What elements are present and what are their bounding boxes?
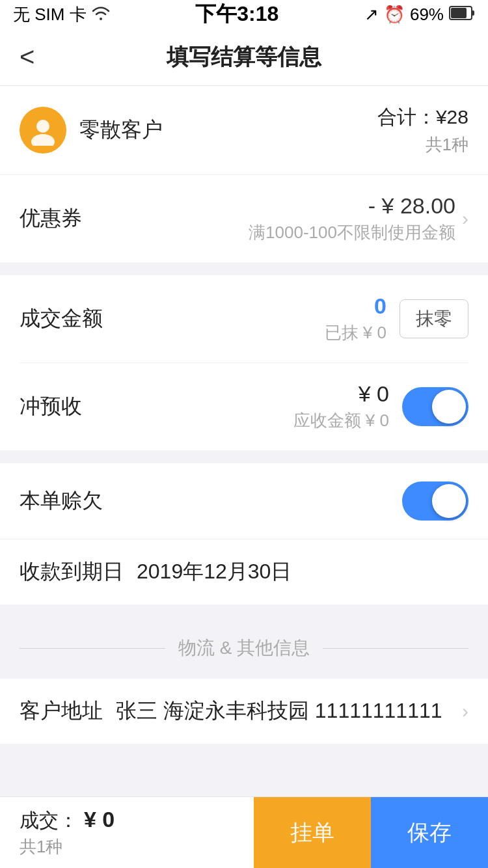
coupon-row[interactable]: 优惠券 - ¥ 28.00 满1000-100不限制使用金额 › xyxy=(0,174,488,262)
deal-amount-value-group: 0 已抹 ¥ 0 xyxy=(325,293,386,344)
total-count: 共1种 xyxy=(377,133,468,156)
page-title: 填写结算等信息 xyxy=(167,42,321,72)
round-off-button[interactable]: 抹零 xyxy=(400,299,468,338)
status-left: 无 SIM 卡 xyxy=(13,3,110,26)
address-label: 客户地址 xyxy=(20,697,103,726)
coupon-right: - ¥ 28.00 满1000-100不限制使用金额 › xyxy=(249,193,468,244)
bottom-summary: 成交： ¥ 0 共1种 xyxy=(0,807,254,858)
prepayment-toggle[interactable] xyxy=(402,387,468,426)
prepay-values: ¥ 0 应收金额 ¥ 0 xyxy=(293,381,389,432)
svg-point-3 xyxy=(36,120,49,133)
logistics-header: 物流 & 其他信息 xyxy=(0,617,488,679)
nav-bar: < 填写结算等信息 xyxy=(0,29,488,86)
prepay-sub-amount: 应收金额 ¥ 0 xyxy=(293,409,389,432)
divider-right xyxy=(323,648,468,649)
total-amount: 合计：¥28 xyxy=(377,104,468,131)
prepayment-label: 冲预收 xyxy=(20,392,82,421)
deal-amount-label: 成交金额 xyxy=(20,305,103,333)
customer-row: 零散客户 合计：¥28 共1种 xyxy=(0,86,488,174)
save-button[interactable]: 保存 xyxy=(371,797,488,868)
coupon-label: 优惠券 xyxy=(20,204,82,233)
svg-point-4 xyxy=(31,134,55,146)
debt-toggle[interactable] xyxy=(402,481,468,521)
status-bar: 无 SIM 卡 下午3:18 ↗ ⏰ 69% xyxy=(0,0,488,29)
debt-row: 本单赊欠 xyxy=(0,463,488,539)
section-gap-2 xyxy=(0,450,488,463)
address-value: 张三 海淀永丰科技园 11111111111 xyxy=(116,697,442,726)
customer-section: 零散客户 合计：¥28 共1种 优惠券 - ¥ 28.00 满1000-100不… xyxy=(0,86,488,262)
svg-rect-1 xyxy=(472,10,474,16)
debt-label: 本单赊欠 xyxy=(20,487,103,515)
address-left: 客户地址 张三 海淀永丰科技园 11111111111 xyxy=(20,697,442,726)
address-chevron-icon: › xyxy=(462,700,468,722)
bottom-deal-line: 成交： ¥ 0 xyxy=(20,807,234,834)
due-date-row: 收款到期日 2019年12月30日 xyxy=(0,539,488,604)
svg-rect-2 xyxy=(451,8,467,18)
bottom-actions: 挂单 保存 xyxy=(254,797,488,868)
coupon-discount: - ¥ 28.00 xyxy=(249,193,455,219)
hold-order-button[interactable]: 挂单 xyxy=(254,797,371,868)
prepay-amount-right: ¥ 0 应收金额 ¥ 0 xyxy=(293,381,468,432)
battery-text: 69% xyxy=(410,5,444,25)
customer-name: 零散客户 xyxy=(79,116,163,144)
divider-left xyxy=(20,648,165,649)
section-gap-1 xyxy=(0,262,488,275)
deal-amount-value: 0 xyxy=(325,293,386,319)
coupon-info: - ¥ 28.00 满1000-100不限制使用金额 xyxy=(249,193,455,244)
location-icon: ↗ xyxy=(364,5,379,25)
chevron-right-icon: › xyxy=(462,208,468,230)
coupon-desc: 满1000-100不限制使用金额 xyxy=(249,221,455,244)
deal-amount-sub: 已抹 ¥ 0 xyxy=(325,321,386,344)
logistics-title: 物流 & 其他信息 xyxy=(178,636,310,660)
debt-section: 本单赊欠 收款到期日 2019年12月30日 xyxy=(0,463,488,604)
bottom-deal-amount: ¥ 0 xyxy=(84,807,115,832)
back-button[interactable]: < xyxy=(20,42,34,72)
deal-amount-row: 成交金额 0 已抹 ¥ 0 抹零 xyxy=(20,275,468,363)
due-date-label: 收款到期日 xyxy=(20,558,124,586)
logistics-divider: 物流 & 其他信息 xyxy=(20,636,468,660)
customer-left: 零散客户 xyxy=(20,107,163,154)
address-row[interactable]: 客户地址 张三 海淀永丰科技园 11111111111 › xyxy=(0,679,488,744)
prepayment-row: 冲预收 ¥ 0 应收金额 ¥ 0 xyxy=(20,363,468,450)
alarm-icon: ⏰ xyxy=(384,5,405,25)
section-gap-3 xyxy=(0,604,488,617)
bottom-count: 共1种 xyxy=(20,835,234,858)
bottom-deal-label: 成交： xyxy=(20,809,78,831)
no-sim-text: 无 SIM 卡 xyxy=(13,3,87,26)
debt-toggle-knob xyxy=(432,484,466,518)
bottom-bar: 成交： ¥ 0 共1种 挂单 保存 xyxy=(0,796,488,868)
due-date-value: 2019年12月30日 xyxy=(137,558,291,586)
prepay-main-amount: ¥ 0 xyxy=(293,381,389,407)
deal-amount-right: 0 已抹 ¥ 0 抹零 xyxy=(325,293,468,344)
toggle-knob xyxy=(432,390,466,424)
wifi-icon xyxy=(92,5,110,25)
amount-section: 成交金额 0 已抹 ¥ 0 抹零 冲预收 ¥ 0 应收金额 ¥ 0 xyxy=(0,275,488,450)
customer-right: 合计：¥28 共1种 xyxy=(377,104,468,156)
main-content: 零散客户 合计：¥28 共1种 优惠券 - ¥ 28.00 满1000-100不… xyxy=(0,86,488,822)
status-time: 下午3:18 xyxy=(195,0,278,29)
status-right: ↗ ⏰ 69% xyxy=(364,5,475,25)
avatar xyxy=(20,107,66,154)
battery-icon xyxy=(449,5,475,25)
